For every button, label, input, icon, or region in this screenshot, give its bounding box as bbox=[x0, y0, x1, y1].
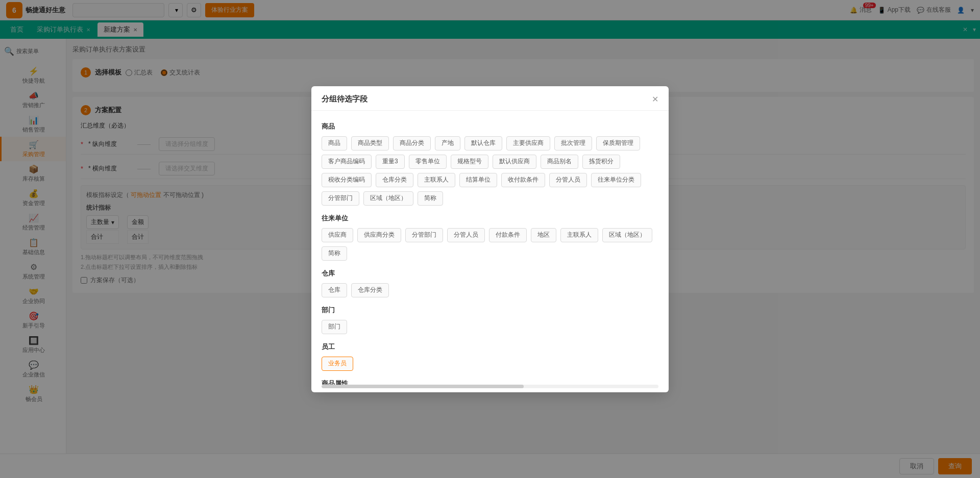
field-tags-product: 商品 商品类型 商品分类 产地 默认仓库 主要供应商 批次管理 保质期管理 客户… bbox=[322, 136, 658, 206]
field-tag[interactable]: 往来单位分类 bbox=[591, 173, 641, 187]
field-tag[interactable]: 商品别名 bbox=[541, 155, 578, 169]
section-title-partner: 往来单位 bbox=[322, 214, 658, 223]
modal-header: 分组待选字段 ✕ bbox=[311, 86, 669, 111]
field-tag[interactable]: 结算单位 bbox=[459, 173, 497, 187]
field-tag[interactable]: 供应商 bbox=[322, 228, 353, 242]
field-tag[interactable]: 分管人员 bbox=[549, 173, 587, 187]
field-tag[interactable]: 仓库分类 bbox=[376, 173, 413, 187]
section-title-department: 部门 bbox=[322, 306, 658, 315]
field-tag[interactable]: 零售单位 bbox=[409, 155, 447, 169]
field-tags-warehouse: 仓库 仓库分类 bbox=[322, 283, 658, 297]
field-tag[interactable]: 区域（地区） bbox=[602, 228, 652, 242]
field-tag[interactable]: 地区 bbox=[531, 228, 556, 242]
field-tag[interactable]: 供应商分类 bbox=[357, 228, 401, 242]
modal-horizontal-scrollbar[interactable] bbox=[322, 385, 658, 388]
field-tag[interactable]: 主联系人 bbox=[418, 173, 455, 187]
field-tag[interactable]: 分管人员 bbox=[447, 228, 485, 242]
field-tag[interactable]: 主联系人 bbox=[560, 228, 598, 242]
modal-close-button[interactable]: ✕ bbox=[652, 94, 658, 104]
field-tag[interactable]: 批次管理 bbox=[554, 136, 592, 150]
field-tag[interactable]: 商品 bbox=[322, 136, 347, 150]
field-tag[interactable]: 默认供应商 bbox=[493, 155, 536, 169]
field-tag[interactable]: 税收分类编码 bbox=[322, 173, 372, 187]
field-tag[interactable]: 产地 bbox=[435, 136, 460, 150]
field-tag[interactable]: 付款条件 bbox=[489, 228, 527, 242]
modal-overlay: 分组待选字段 ✕ 商品 商品 商品类型 商品分类 产地 默认仓库 主要供应商 批… bbox=[0, 0, 980, 478]
field-tag[interactable]: 简称 bbox=[322, 246, 347, 261]
field-tag[interactable]: 仓库分类 bbox=[351, 283, 389, 297]
field-tags-employee: 业务员 bbox=[322, 357, 658, 371]
field-tags-department: 部门 bbox=[322, 320, 658, 334]
modal-title: 分组待选字段 bbox=[322, 94, 368, 104]
field-tag[interactable]: 分管部门 bbox=[322, 191, 359, 206]
section-title-warehouse: 仓库 bbox=[322, 269, 658, 278]
field-selection-modal: 分组待选字段 ✕ 商品 商品 商品类型 商品分类 产地 默认仓库 主要供应商 批… bbox=[311, 86, 669, 392]
field-tag[interactable]: 重量3 bbox=[376, 155, 405, 169]
field-tag-business[interactable]: 业务员 bbox=[322, 357, 353, 371]
field-tag[interactable]: 主要供应商 bbox=[506, 136, 550, 150]
field-tag[interactable]: 仓库 bbox=[322, 283, 347, 297]
field-tag[interactable]: 客户商品编码 bbox=[322, 155, 372, 169]
modal-body: 商品 商品 商品类型 商品分类 产地 默认仓库 主要供应商 批次管理 保质期管理… bbox=[311, 111, 669, 385]
field-tags-partner: 供应商 供应商分类 分管部门 分管人员 付款条件 地区 主联系人 区域（地区） … bbox=[322, 228, 658, 261]
field-tag[interactable]: 部门 bbox=[322, 320, 347, 334]
field-tag[interactable]: 保质期管理 bbox=[596, 136, 640, 150]
section-title-product: 商品 bbox=[322, 122, 658, 131]
scrollbar-thumb bbox=[322, 385, 524, 388]
field-tag[interactable]: 简称 bbox=[418, 191, 443, 206]
field-tag[interactable]: 商品分类 bbox=[393, 136, 431, 150]
field-tag[interactable]: 商品类型 bbox=[351, 136, 389, 150]
field-tag[interactable]: 拣货积分 bbox=[582, 155, 620, 169]
field-tag[interactable]: 分管部门 bbox=[405, 228, 443, 242]
section-title-product-attr: 商品属性 bbox=[322, 379, 658, 385]
field-tag[interactable]: 区域（地区） bbox=[363, 191, 413, 206]
field-tag[interactable]: 默认仓库 bbox=[464, 136, 502, 150]
field-tag[interactable]: 收付款条件 bbox=[501, 173, 545, 187]
section-title-employee: 员工 bbox=[322, 342, 658, 351]
field-tag[interactable]: 规格型号 bbox=[451, 155, 488, 169]
